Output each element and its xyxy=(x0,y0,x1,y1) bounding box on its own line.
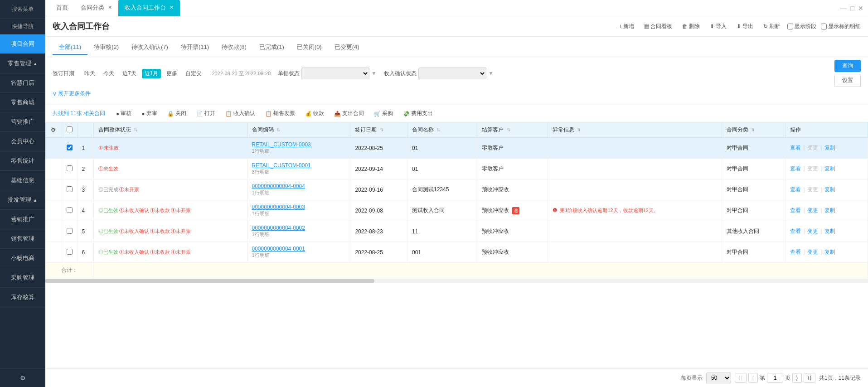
contract-link-3[interactable]: 0000000000004-0004 xyxy=(252,183,305,189)
col-customer[interactable]: 结算客户 ⇅ xyxy=(477,122,548,138)
row6-checkbox[interactable] xyxy=(62,242,77,263)
row4-copy-btn[interactable]: 复制 xyxy=(824,207,835,213)
col-category[interactable]: 合同分类 ⇅ xyxy=(722,122,786,138)
col-sign-date[interactable]: 签订日期 ⇅ xyxy=(350,122,407,138)
sidebar-quick-nav[interactable]: 快捷导航 xyxy=(0,19,45,34)
expense-out-button[interactable]: 📤 支出合同 xyxy=(330,108,369,119)
show-detail-checkbox-label[interactable]: 显示标的明细 xyxy=(821,23,861,30)
show-detail-checkbox[interactable] xyxy=(821,24,827,29)
row4-edit-btn[interactable]: 变更 xyxy=(807,207,818,213)
sidebar-item-project[interactable]: 项目合同 xyxy=(0,34,45,54)
fee-out-button[interactable]: 💸 费用支出 xyxy=(398,108,437,119)
sidebar-item-marketing[interactable]: 营销推广 xyxy=(0,112,45,132)
row4-checkbox[interactable] xyxy=(62,200,77,221)
horizontal-scrollbar[interactable] xyxy=(45,279,868,283)
row1-copy-btn[interactable]: 复制 xyxy=(824,145,835,151)
refresh-button[interactable]: ↻ 刷新 xyxy=(761,21,783,32)
row6-edit-btn[interactable]: 变更 xyxy=(807,249,818,255)
contract-link-5[interactable]: 0000000000004-0002 xyxy=(252,225,305,231)
select-all-checkbox[interactable] xyxy=(67,126,73,132)
sidebar-search[interactable]: 搜索菜单 xyxy=(0,0,45,19)
kanban-button[interactable]: ▦ 合同看板 xyxy=(641,21,675,32)
review-button[interactable]: ● 审核 xyxy=(112,108,136,119)
filter-tab-closed[interactable]: 已关闭(0) xyxy=(291,40,328,55)
query-button[interactable]: 查询 xyxy=(834,60,861,72)
delete-button[interactable]: 🗑 删除 xyxy=(679,21,703,32)
date-today[interactable]: 今天 xyxy=(101,69,117,78)
payment-button[interactable]: 💰 收款 xyxy=(301,108,329,119)
sidebar-settings[interactable]: ⚙ xyxy=(0,368,45,387)
row2-edit-btn[interactable]: 变更 xyxy=(807,165,818,172)
expand-filter-btn[interactable]: ∨ 展开更多条件 xyxy=(53,90,91,97)
row2-copy-btn[interactable]: 复制 xyxy=(824,165,835,172)
row1-edit-btn[interactable]: 变更 xyxy=(807,145,818,151)
filter-tab-pending-confirm[interactable]: 待收入确认(7) xyxy=(125,40,175,55)
filter-tab-completed[interactable]: 已完成(1) xyxy=(253,40,291,55)
sidebar-item-base-info[interactable]: 基础信息 xyxy=(0,171,45,190)
col-name[interactable]: 合同名称 ⇅ xyxy=(407,122,477,138)
date-last1m[interactable]: 近1月 xyxy=(142,69,161,78)
tab-income-workbench[interactable]: 收入合同工作台 ✕ xyxy=(118,0,180,16)
row6-view-btn[interactable]: 查看 xyxy=(790,249,801,255)
sidebar-item-xiaochang[interactable]: 小畅电商 xyxy=(0,249,45,268)
page-input[interactable] xyxy=(767,373,783,383)
window-minimize-btn[interactable]: — xyxy=(841,5,847,12)
income-confirm-select[interactable] xyxy=(418,68,486,79)
date-yesterday[interactable]: 昨天 xyxy=(82,69,98,78)
first-page-btn[interactable]: ⟨⟨ xyxy=(735,373,747,383)
row2-view-btn[interactable]: 查看 xyxy=(790,165,801,172)
sidebar-item-member[interactable]: 会员中心 xyxy=(0,132,45,151)
open-contract-button[interactable]: 📄 打开 xyxy=(192,108,220,119)
show-stages-checkbox-label[interactable]: 显示阶段 xyxy=(787,23,816,30)
last-page-btn[interactable]: ⟩⟩ xyxy=(804,373,815,383)
date-more[interactable]: 更多 xyxy=(164,69,180,78)
col-status[interactable]: 合同整体状态 ⇅ xyxy=(93,122,247,138)
tab-home[interactable]: 首页 xyxy=(50,0,74,16)
row1-checkbox[interactable] xyxy=(62,138,77,159)
row5-checkbox[interactable] xyxy=(62,221,77,242)
filter-tab-pending-review[interactable]: 待审核(2) xyxy=(87,40,125,55)
show-stages-checkbox[interactable] xyxy=(787,24,793,29)
sidebar-item-marketing2[interactable]: 营销推广 xyxy=(0,210,45,229)
tab-close-contract-cat[interactable]: ✕ xyxy=(108,5,112,10)
page-size-select[interactable]: 50 10 20 100 xyxy=(706,372,731,383)
abandon-button[interactable]: ● 弃审 xyxy=(137,108,161,119)
contract-link-6[interactable]: 0000000000004-0001 xyxy=(252,246,305,252)
doc-status-select[interactable] xyxy=(301,68,369,79)
sidebar-item-purchase[interactable]: 采购管理 xyxy=(0,268,45,288)
row5-edit-btn[interactable]: 变更 xyxy=(807,228,818,234)
next-page-btn[interactable]: ⟩ xyxy=(792,373,802,383)
sidebar-item-retail-stats[interactable]: 零售统计 xyxy=(0,151,45,171)
col-code[interactable]: 合同编码 ⇅ xyxy=(247,122,350,138)
row5-copy-btn[interactable]: 复制 xyxy=(824,228,835,234)
contract-link-2[interactable]: RETAIL_CUSTOM-0001 xyxy=(252,162,311,169)
filter-tab-pending-invoice[interactable]: 待开票(11) xyxy=(175,40,215,55)
window-maximize-btn[interactable]: □ xyxy=(851,5,854,12)
sidebar-item-stock[interactable]: 库存核算 xyxy=(0,288,45,307)
income-confirm-button[interactable]: 📋 收入确认 xyxy=(221,108,260,119)
add-button[interactable]: + 新增 xyxy=(616,21,637,32)
import-button[interactable]: ⬆ 导入 xyxy=(707,21,729,32)
sidebar-item-retail-mgmt[interactable]: 零售管理 ▲ xyxy=(0,54,45,73)
sidebar-item-retail-mall[interactable]: 零售商城 xyxy=(0,93,45,112)
row6-copy-btn[interactable]: 复制 xyxy=(824,249,835,255)
date-custom[interactable]: 自定义 xyxy=(183,69,204,78)
date-last7[interactable]: 近7天 xyxy=(120,69,139,78)
row3-edit-btn[interactable]: 变更 xyxy=(807,186,818,193)
sales-invoice-button[interactable]: 📋 销售发票 xyxy=(261,108,300,119)
contract-link-1[interactable]: RETAIL_CUSTOM-0003 xyxy=(252,141,311,148)
row5-view-btn[interactable]: 查看 xyxy=(790,228,801,234)
filter-tab-changed[interactable]: 已变更(4) xyxy=(328,40,366,55)
sidebar-item-wholesale-mgmt[interactable]: 批发管理 ▲ xyxy=(0,190,45,210)
purchase-button[interactable]: 🛒 采购 xyxy=(369,108,398,119)
prev-page-btn[interactable]: ⟨ xyxy=(748,373,758,383)
col-checkbox[interactable] xyxy=(62,122,77,138)
filter-tab-all[interactable]: 全部(11) xyxy=(53,40,87,55)
sidebar-item-sales-mgmt[interactable]: 销售管理 xyxy=(0,229,45,249)
row4-view-btn[interactable]: 查看 xyxy=(790,207,801,213)
data-table-container[interactable]: ⚙ 合同整体状态 ⇅ 合同编码 ⇅ 签订日期 xyxy=(45,122,868,368)
window-close-btn[interactable]: ✕ xyxy=(858,5,863,12)
row3-view-btn[interactable]: 查看 xyxy=(790,186,801,193)
row3-copy-btn[interactable]: 复制 xyxy=(824,186,835,193)
contract-link-4[interactable]: 0000000000004-0003 xyxy=(252,204,305,210)
